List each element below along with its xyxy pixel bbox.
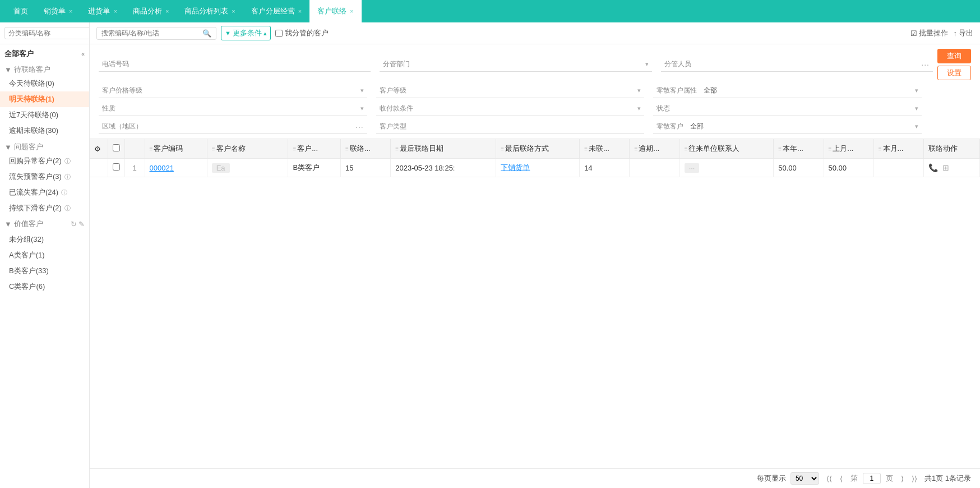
batch-op-btn[interactable]: ☑ 批量操作 bbox=[910, 28, 948, 38]
sidebar-item-b-class[interactable]: B类客户(33) bbox=[0, 263, 89, 279]
sidebar-collapse-icon[interactable]: « bbox=[81, 50, 85, 57]
customer-level-dropdown-icon[interactable]: ▾ bbox=[637, 87, 641, 94]
sidebar-item-week[interactable]: 近7天待联络(0) bbox=[0, 107, 89, 123]
declining-label: 持续下滑客户(2) bbox=[9, 204, 62, 212]
dept-dropdown-icon[interactable]: ▾ bbox=[645, 61, 649, 68]
filter-payment[interactable]: 收付款条件 ▾ bbox=[376, 102, 645, 116]
main-search-input[interactable] bbox=[101, 29, 202, 37]
status-label: 状态 bbox=[657, 104, 670, 113]
row-code-cell[interactable]: 000021 bbox=[145, 159, 207, 177]
query-button[interactable]: 查询 bbox=[937, 49, 971, 63]
nav-goods-analysis-close[interactable]: × bbox=[165, 8, 169, 15]
manager-dots-icon[interactable]: ··· bbox=[921, 60, 930, 69]
sidebar-item-repurchase[interactable]: 回购异常客户(2) ⓘ bbox=[0, 153, 89, 169]
value-section-header[interactable]: ▼ 价值客户 ↻ ✎ bbox=[0, 216, 89, 232]
nav-goods-analysis[interactable]: 商品分析 × bbox=[125, 0, 177, 22]
nav-home[interactable]: 首页 bbox=[6, 0, 36, 22]
table-footer: 每页显示 50 100 200 ⟨⟨ ⟨ 第 页 ⟩ ⟩⟩ 共1页 1条记录 bbox=[90, 468, 980, 488]
call-action-icon[interactable]: 📞 bbox=[928, 163, 938, 172]
sidebar-item-churn-warning[interactable]: 流失预警客户(3) ⓘ bbox=[0, 169, 89, 185]
sidebar-item-churned[interactable]: 已流失客户(24) ⓘ bbox=[0, 185, 89, 200]
filter-retail-customer[interactable]: 零散客户 全部 ▾ bbox=[653, 119, 922, 134]
page-label: 第 bbox=[848, 472, 861, 485]
price-level-dropdown-icon[interactable]: ▾ bbox=[360, 87, 364, 94]
filter-dept[interactable]: 分管部门 ▾ bbox=[380, 57, 651, 72]
gear-icon[interactable]: ⚙ bbox=[94, 145, 101, 153]
manager-label: 分管人员 bbox=[664, 59, 691, 69]
col-gear[interactable]: ⚙ bbox=[90, 139, 108, 159]
grid-action-icon[interactable]: ⊞ bbox=[942, 163, 949, 172]
row-gear-cell bbox=[90, 159, 108, 177]
col-checkbox[interactable] bbox=[108, 139, 124, 159]
nav-goods-analysis-list[interactable]: 商品分析列表 × bbox=[177, 0, 243, 22]
filter-status[interactable]: 状态 ▾ bbox=[653, 102, 922, 116]
payment-dropdown-icon[interactable]: ▾ bbox=[637, 105, 641, 112]
my-customers-checkbox[interactable]: 我分管的客户 bbox=[275, 28, 329, 38]
sidebar-all-customers[interactable]: 全部客户 « bbox=[0, 44, 89, 61]
payment-label: 收付款条件 bbox=[380, 104, 413, 113]
nav-customer-contact-close[interactable]: × bbox=[350, 8, 353, 15]
nav-sales-close[interactable]: × bbox=[69, 8, 72, 15]
first-page-btn[interactable]: ⟨⟨ bbox=[824, 473, 835, 484]
last-page-btn[interactable]: ⟩⟩ bbox=[909, 473, 920, 484]
row-last-contact-method[interactable]: 下销货单 bbox=[501, 163, 530, 172]
sidebar-item-ungrouped[interactable]: 未分组(32) bbox=[0, 232, 89, 247]
sidebar-item-a-class[interactable]: A类客户(1) bbox=[0, 247, 89, 263]
value-triangle: ▼ bbox=[4, 220, 12, 228]
customer-table: ⚙ ≡客户编码 ≡客户名称 ≡客户... bbox=[90, 139, 980, 177]
gender-dropdown-icon[interactable]: ▾ bbox=[360, 105, 364, 112]
per-page-select[interactable]: 50 100 200 bbox=[791, 472, 819, 485]
row-checkbox[interactable] bbox=[113, 163, 120, 171]
nav-customer-contact[interactable]: 客户联络 × bbox=[309, 0, 361, 22]
sidebar-item-overdue[interactable]: 逾期未联络(30) bbox=[0, 123, 89, 139]
churn-warning-label: 流失预警客户(3) bbox=[9, 172, 62, 181]
filter-retail-attr[interactable]: 零散客户属性 全部 ▾ bbox=[653, 84, 922, 98]
filter-customer-level[interactable]: 客户等级 ▾ bbox=[376, 84, 645, 98]
sidebar-item-tomorrow[interactable]: 明天待联络(1) bbox=[0, 91, 89, 107]
repurchase-label: 回购异常客户(2) bbox=[9, 156, 62, 165]
total-label: 共1页 1条记录 bbox=[924, 473, 971, 484]
row-checkbox-cell[interactable] bbox=[108, 159, 124, 177]
overdue-label: 逾期未联络(30) bbox=[9, 126, 58, 135]
row-name-cell[interactable]: Ea bbox=[207, 159, 288, 177]
nav-goods-analysis-list-close[interactable]: × bbox=[232, 8, 235, 15]
nav-customer-layer-close[interactable]: × bbox=[298, 8, 302, 15]
filter-manager[interactable]: 分管人员 ··· bbox=[661, 57, 933, 72]
row-code[interactable]: 000021 bbox=[150, 164, 174, 172]
prev-page-btn[interactable]: ⟨ bbox=[837, 473, 845, 484]
sidebar-item-today[interactable]: 今天待联络(0) bbox=[0, 76, 89, 91]
my-customers-check[interactable] bbox=[275, 30, 283, 37]
row-overdue-cell bbox=[630, 159, 679, 177]
retail-attr-dropdown-icon[interactable]: ▾ bbox=[915, 87, 918, 94]
next-page-btn[interactable]: ⟩ bbox=[898, 473, 907, 484]
nav-purchase-close[interactable]: × bbox=[113, 8, 117, 15]
col-last-month: ≡上月... bbox=[824, 139, 873, 159]
area-dots-icon[interactable]: ··· bbox=[355, 122, 364, 131]
nav-customer-layer[interactable]: 客户分层经营 × bbox=[243, 0, 309, 22]
nav-sales[interactable]: 销货单 × bbox=[36, 0, 80, 22]
sidebar-search-area: 🔍 bbox=[0, 22, 89, 44]
value-refresh-icon[interactable]: ↻ bbox=[71, 220, 77, 228]
value-edit-icon[interactable]: ✎ bbox=[78, 220, 85, 228]
col-this-year: ≡本年... bbox=[774, 139, 824, 159]
row-name[interactable]: Ea bbox=[212, 163, 230, 173]
sidebar: 🔍 全部客户 « ▼ 待联络客户 今天待联络(0) 明天待联络(1) 近7天待联… bbox=[0, 22, 90, 488]
filter-customer-type[interactable]: 客户类型 bbox=[376, 119, 645, 134]
retail-customer-dropdown-icon[interactable]: ▾ bbox=[915, 123, 918, 130]
page-number-input[interactable] bbox=[863, 473, 881, 484]
nav-purchase[interactable]: 进货单 × bbox=[80, 0, 124, 22]
more-conditions-btn[interactable]: ▼ 更多条件 ▴ bbox=[221, 26, 271, 40]
filter-gender[interactable]: 性质 ▾ bbox=[99, 102, 367, 116]
sidebar-item-c-class[interactable]: C类客户(6) bbox=[0, 279, 89, 294]
main-search-icon[interactable]: 🔍 bbox=[202, 29, 211, 38]
filter-price-level[interactable]: 客户价格等级 ▾ bbox=[99, 84, 367, 98]
row-last-contact-method-cell[interactable]: 下销货单 bbox=[496, 159, 580, 177]
select-all-checkbox[interactable] bbox=[113, 144, 120, 151]
settings-button[interactable]: 设置 bbox=[937, 66, 971, 80]
export-btn[interactable]: ↑ 导出 bbox=[954, 28, 974, 38]
status-dropdown-icon[interactable]: ▾ bbox=[915, 105, 918, 112]
sidebar-search-input[interactable] bbox=[4, 27, 90, 39]
nav-customer-layer-label: 客户分层经营 bbox=[251, 6, 295, 16]
sidebar-item-declining[interactable]: 持续下滑客户(2) ⓘ bbox=[0, 200, 89, 216]
filter-area[interactable]: 区域（地区） ··· bbox=[99, 119, 367, 134]
